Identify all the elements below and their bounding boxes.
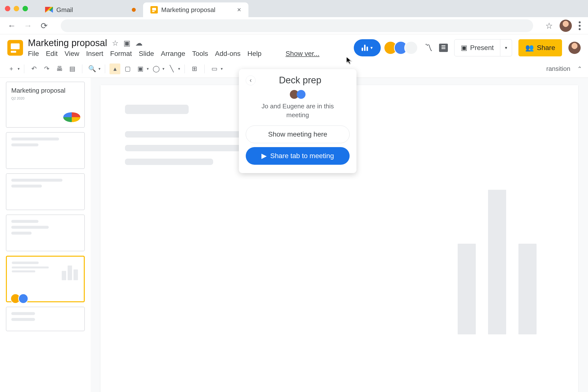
tab-label: Gmail — [56, 6, 128, 14]
bookmark-star-icon[interactable]: ☆ — [545, 21, 553, 31]
os-tab-bar: Gmail Marketing proposal × — [0, 0, 588, 17]
paint-format-button[interactable]: ▤ — [67, 64, 78, 74]
activity-trend-icon[interactable]: 〽 — [424, 43, 433, 52]
share-people-icon: 👥 — [525, 44, 534, 52]
browser-menu-icon[interactable] — [579, 21, 581, 30]
slides-icon — [150, 6, 158, 14]
thumb-subtitle: Q2 2020 — [11, 96, 79, 100]
slide-filmstrip[interactable]: Marketing proposal Q2 2020 — [0, 78, 91, 392]
profile-avatar[interactable] — [560, 20, 572, 32]
present-button[interactable]: ▣ Present — [454, 39, 501, 56]
shape-tool[interactable]: ◯ — [151, 64, 161, 74]
present-icon: ▣ — [461, 44, 467, 52]
slide-thumbnail-selected[interactable] — [6, 256, 85, 302]
present-to-meeting-icon: ▶ — [262, 152, 267, 160]
present-dropdown[interactable]: ▾ — [500, 39, 512, 56]
chevron-down-icon[interactable]: ▾ — [147, 66, 149, 71]
background-button[interactable]: ▭ — [209, 64, 220, 74]
avatar — [404, 41, 418, 55]
slide-thumbnail[interactable] — [6, 173, 85, 210]
slide-thumbnail[interactable] — [6, 132, 85, 169]
new-slide-button[interactable]: + — [6, 64, 17, 74]
menu-format[interactable]: Format — [110, 50, 132, 58]
menu-insert[interactable]: Insert — [86, 50, 103, 58]
share-label: Share — [537, 44, 555, 52]
popover-title: Deck prep — [261, 75, 350, 86]
star-outline-icon[interactable]: ☆ — [112, 39, 119, 47]
comments-icon[interactable] — [439, 44, 448, 52]
tab-badge-icon — [132, 8, 136, 12]
move-folder-icon[interactable]: ▣ — [123, 39, 130, 47]
menu-tools[interactable]: Tools — [192, 50, 208, 58]
back-icon[interactable]: ← — [7, 21, 16, 30]
gmail-icon — [45, 7, 53, 13]
slide-thumbnail[interactable] — [6, 214, 85, 251]
meeting-participants-avatars — [246, 90, 350, 99]
close-tab-icon[interactable]: × — [237, 6, 241, 14]
address-bar[interactable] — [61, 19, 533, 32]
cloud-saved-icon[interactable]: ☁ — [135, 39, 143, 47]
slides-logo-icon[interactable] — [7, 40, 23, 56]
browser-tab-slides[interactable]: Marketing proposal × — [143, 2, 249, 17]
thumb-title: Marketing proposal — [11, 86, 79, 95]
tab-label: Marketing proposal — [161, 6, 234, 14]
reload-icon[interactable]: ⟳ — [40, 21, 48, 30]
placeholder-text — [125, 158, 213, 165]
google-cloud-icon — [63, 111, 80, 123]
present-label: Present — [470, 44, 494, 52]
browser-nav: ← → ⟳ ☆ — [0, 17, 588, 34]
comment-tool[interactable]: ⊞ — [189, 64, 200, 74]
zoom-button[interactable]: 🔍 — [87, 64, 97, 74]
share-button[interactable]: 👥 Share — [518, 39, 562, 56]
document-title[interactable]: Marketing proposal — [28, 38, 107, 48]
thumb-chart-icon — [62, 266, 78, 280]
show-version-link[interactable]: Show ver... — [286, 50, 319, 58]
chevron-down-icon[interactable]: ▾ — [98, 66, 100, 71]
image-tool[interactable]: ▣ — [135, 64, 146, 74]
minimize-window-icon[interactable] — [14, 6, 19, 11]
menu-arrange[interactable]: Arrange — [161, 50, 185, 58]
chevron-down-icon[interactable]: ▾ — [178, 66, 180, 71]
chevron-down-icon[interactable]: ▾ — [162, 66, 164, 71]
forward-icon[interactable]: → — [23, 21, 32, 30]
fullscreen-window-icon[interactable] — [22, 6, 28, 11]
textbox-tool[interactable]: ▢ — [122, 64, 133, 74]
transition-label[interactable]: ransition — [546, 65, 570, 72]
placeholder-bar-chart — [458, 190, 537, 334]
audio-bars-icon — [362, 44, 368, 51]
slide-presence-avatars — [10, 294, 28, 304]
line-tool[interactable]: ╲ — [166, 64, 177, 74]
menu-slide[interactable]: Slide — [139, 50, 154, 58]
show-meeting-here-button[interactable]: Show meeting here — [246, 126, 350, 143]
menu-file[interactable]: File — [28, 50, 39, 58]
mouse-cursor-icon — [346, 57, 352, 64]
menu-addons[interactable]: Add-ons — [215, 50, 241, 58]
window-traffic-lights — [5, 6, 28, 11]
menu-help[interactable]: Help — [248, 50, 262, 58]
menu-view[interactable]: View — [64, 50, 79, 58]
menu-edit[interactable]: Edit — [46, 50, 57, 58]
close-window-icon[interactable] — [5, 6, 10, 11]
meet-call-button[interactable]: ▾ — [354, 39, 381, 56]
app-header: Marketing proposal ☆ ▣ ☁ File Edit View … — [0, 34, 588, 60]
placeholder-text — [125, 105, 189, 114]
account-avatar[interactable] — [569, 42, 581, 54]
slide-thumbnail[interactable] — [6, 307, 85, 331]
chevron-down-icon: ▾ — [370, 45, 373, 50]
chevron-down-icon[interactable]: ▾ — [221, 66, 223, 71]
popover-back-button[interactable]: ‹ — [246, 76, 256, 85]
menu-bar: File Edit View Insert Format Slide Arran… — [28, 50, 319, 58]
undo-button[interactable]: ↶ — [29, 64, 39, 74]
popover-subtitle: Jo and Eugene are in this meeting — [256, 102, 340, 120]
select-tool[interactable]: ▴ — [109, 64, 120, 74]
meet-popover: ‹ Deck prep Jo and Eugene are in this me… — [239, 69, 356, 173]
collaborator-avatars[interactable] — [387, 41, 418, 55]
collapse-chevron-icon[interactable]: ⌃ — [577, 66, 582, 72]
share-tab-to-meeting-button[interactable]: ▶ Share tab to meeting — [246, 147, 350, 165]
slide-thumbnail[interactable]: Marketing proposal Q2 2020 — [6, 82, 85, 128]
redo-button[interactable]: ↷ — [41, 64, 52, 74]
print-button[interactable]: 🖶 — [54, 64, 65, 74]
browser-tab-gmail[interactable]: Gmail — [38, 2, 143, 17]
chevron-down-icon[interactable]: ▾ — [18, 66, 19, 71]
